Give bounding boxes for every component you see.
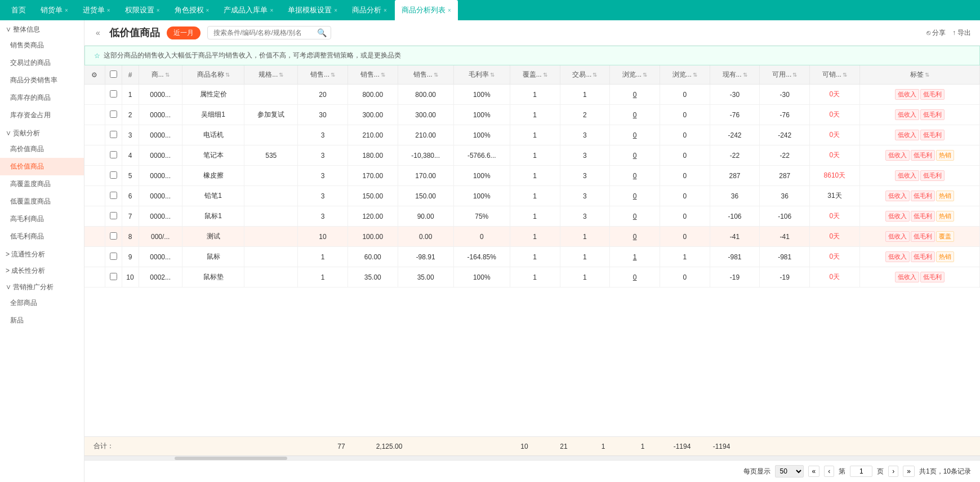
col-views1[interactable]: 浏览...⇅ [610,65,660,85]
sidebar-item-traded-products[interactable]: 交易过的商品 [0,54,84,72]
views1-link[interactable]: 0 [633,213,637,220]
col-spec[interactable]: 规格...⇅ [244,65,298,85]
row-checkbox[interactable] [110,171,117,179]
cell-checkbox[interactable] [105,166,122,186]
nav-sales-order[interactable]: 销货单 × [34,0,75,20]
cell-views1[interactable]: 0 [610,227,660,247]
sidebar-item-high-stock[interactable]: 高库存的商品 [0,89,84,107]
views1-link[interactable]: 0 [633,131,637,139]
cell-views1[interactable]: 0 [610,166,660,186]
col-gross-rate[interactable]: 毛利率⇅ [453,65,510,85]
cell-checkbox[interactable] [105,186,122,206]
share-button[interactable]: ⎋ 分享 [926,28,946,38]
row-checkbox[interactable] [110,253,117,260]
col-coverage[interactable]: 覆盖...⇅ [510,65,560,85]
close-icon[interactable]: × [157,7,160,14]
sidebar-item-sales-products[interactable]: 销售类商品 [0,37,84,54]
views1-link[interactable]: 0 [633,192,637,200]
nav-product-analysis-list[interactable]: 商品分析列表 × [395,0,458,20]
horizontal-scrollbar[interactable] [84,456,980,460]
close-icon[interactable]: × [206,7,210,14]
sidebar-item-stock-capital[interactable]: 库存资金占用 [0,107,84,124]
col-sales-avg[interactable]: 销售...⇅ [398,65,453,85]
views1-link[interactable]: 0 [633,91,637,99]
row-checkbox[interactable] [110,232,117,240]
nav-product-analysis[interactable]: 商品分析 × [345,0,394,20]
search-input[interactable] [207,26,331,39]
sidebar-item-high-value[interactable]: 高价值商品 [0,140,84,158]
next-page-button[interactable]: › [888,466,898,477]
cell-checkbox[interactable] [105,105,122,125]
per-page-select[interactable]: 50 100 200 [775,465,804,477]
sidebar-group-overall[interactable]: ∨ 整体信息 [0,20,84,37]
cell-views1[interactable]: 0 [610,145,660,166]
nav-permission[interactable]: 权限设置 × [118,0,167,20]
sidebar-group-marketing[interactable]: ∨ 营销推广分析 [0,278,84,294]
sidebar-item-high-margin[interactable]: 高毛利商品 [0,210,84,228]
data-table-wrapper[interactable]: ⚙ # 商...⇅ 商品名称⇅ 规格...⇅ 销售...⇅ 销售...⇅ 销售.… [84,65,980,436]
row-checkbox[interactable] [110,192,117,199]
filter-period-button[interactable]: 近一月 [167,26,201,39]
sidebar-item-all-products[interactable]: 全部商品 [0,294,84,312]
search-icon[interactable]: 🔍 [317,28,327,37]
col-stock[interactable]: 现有...⇅ [710,65,760,85]
export-button[interactable]: ↑ 导出 [952,28,971,38]
col-sales-amt[interactable]: 销售...⇅ [348,65,398,85]
close-icon[interactable]: × [107,7,110,14]
cell-views1[interactable]: 0 [610,186,660,206]
sidebar-group-growth[interactable]: > 成长性分析 [0,262,84,278]
views1-link[interactable]: 0 [633,273,637,281]
sidebar-item-new-products[interactable]: 新品 [0,312,84,329]
col-transactions[interactable]: 交易...⇅ [560,65,610,85]
cell-checkbox[interactable] [105,267,122,288]
cell-checkbox[interactable] [105,247,122,267]
row-checkbox[interactable] [110,273,117,280]
col-checkbox[interactable] [105,65,122,85]
last-page-button[interactable]: » [903,466,915,477]
nav-home[interactable]: 首页 [5,0,33,20]
cell-views1[interactable]: 0 [610,206,660,227]
row-checkbox[interactable] [110,110,117,118]
col-views2[interactable]: 浏览...⇅ [660,65,710,85]
col-code[interactable]: 商...⇅ [139,65,182,85]
close-icon[interactable]: × [384,7,387,14]
cell-checkbox[interactable] [105,85,122,105]
col-days[interactable]: 可销...⇅ [810,65,860,85]
sidebar-item-category-sales-rate[interactable]: 商品分类销售率 [0,72,84,89]
close-icon[interactable]: × [65,7,68,14]
close-icon[interactable]: × [270,7,273,14]
nav-role-auth[interactable]: 角色授权 × [168,0,216,20]
row-checkbox[interactable] [110,90,117,98]
first-page-button[interactable]: « [808,466,820,477]
prev-page-button[interactable]: ‹ [824,466,834,477]
nav-purchase-order[interactable]: 进货单 × [76,0,117,20]
col-num[interactable]: # [122,65,139,85]
nav-template-setting[interactable]: 单据模板设置 × [281,0,344,20]
row-checkbox[interactable] [110,131,117,138]
cell-checkbox[interactable] [105,145,122,166]
cell-views1[interactable]: 1 [610,247,660,267]
views1-link[interactable]: 0 [633,233,637,241]
close-icon[interactable]: × [334,7,337,14]
select-all-checkbox[interactable] [110,70,117,78]
sidebar-item-low-coverage[interactable]: 低覆盖度商品 [0,193,84,210]
views1-link[interactable]: 0 [633,172,637,180]
sidebar-group-contribution[interactable]: ∨ 贡献分析 [0,124,84,140]
sidebar-item-low-value[interactable]: 低价值商品 [0,158,84,175]
col-tags[interactable]: 标签⇅ [859,65,979,85]
views1-link[interactable]: 0 [633,111,637,119]
nav-product-instock[interactable]: 产成品入库单 × [217,0,280,20]
col-sales-qty[interactable]: 销售...⇅ [298,65,348,85]
cell-checkbox[interactable] [105,206,122,227]
row-checkbox[interactable] [110,212,117,219]
cell-views1[interactable]: 0 [610,125,660,145]
page-input[interactable] [850,466,872,477]
col-avail[interactable]: 可用...⇅ [760,65,810,85]
col-name[interactable]: 商品名称⇅ [182,65,244,85]
sidebar-group-circulation[interactable]: > 流通性分析 [0,245,84,262]
col-settings[interactable]: ⚙ [84,65,105,85]
close-icon[interactable]: × [448,7,451,14]
sidebar-item-low-margin[interactable]: 低毛利商品 [0,228,84,245]
cell-checkbox[interactable] [105,227,122,247]
views1-link[interactable]: 0 [633,152,637,160]
